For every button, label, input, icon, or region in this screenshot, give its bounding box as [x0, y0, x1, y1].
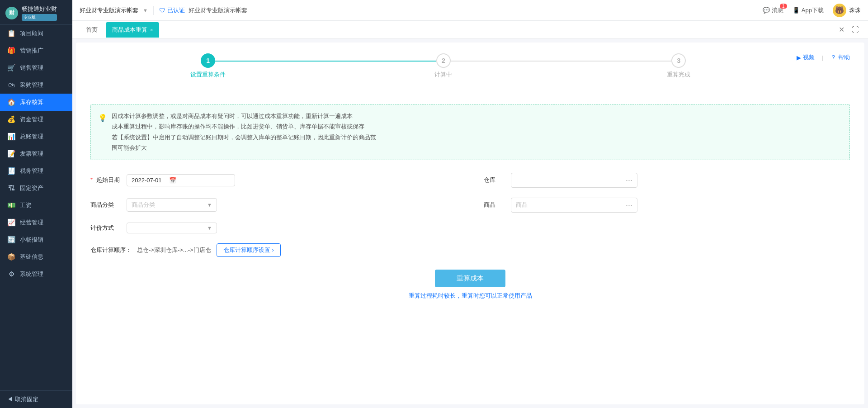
sidebar-item-finance[interactable]: 💰 资金管理: [0, 111, 72, 128]
warehouse-input[interactable]: ···: [511, 173, 637, 188]
sidebar-item-ops[interactable]: 📈 经营管理: [0, 214, 72, 231]
tabbar-right: ✕ ⛶: [837, 24, 861, 36]
info-box: 💡 因成本计算参数调整，或是对商品成本有疑问时，可以通过成本重算功能，重新计算一…: [90, 104, 850, 160]
user-menu[interactable]: 🐻 珠珠: [833, 4, 861, 17]
sidebar-item-ledger[interactable]: 📊 总账管理: [0, 128, 72, 145]
finance-icon: 💰: [7, 115, 15, 123]
info-text: 因成本计算参数调整，或是对商品成本有疑问时，可以通过成本重算功能，重新计算一遍成…: [112, 111, 376, 153]
recalc-button[interactable]: 重算成本: [435, 270, 505, 287]
sidebar-item-label-ledger: 总账管理: [20, 133, 43, 141]
start-date-input[interactable]: 2022-07-01 📅: [127, 174, 235, 186]
warehouse-order-value: 总仓->深圳仓库->...->门店仓: [137, 246, 211, 254]
sidebar-item-label-basic: 基础信息: [20, 253, 43, 261]
payroll-icon: 💵: [7, 201, 15, 209]
warehouse-order-chevron-icon: ›: [272, 247, 274, 253]
help-label: 帮助: [838, 53, 850, 62]
bulb-icon: 💡: [98, 112, 107, 153]
category-chevron-icon: ▼: [207, 202, 212, 208]
form-row-1: * 起始日期 2022-07-01 📅 仓库 ···: [90, 173, 850, 188]
tab-home[interactable]: 首页: [80, 22, 104, 38]
sidebar-item-purchase[interactable]: 🛍 采购管理: [0, 76, 72, 94]
step-3-circle: 3: [671, 53, 686, 68]
sidebar-item-assets[interactable]: 🏗 固定资产: [0, 180, 72, 197]
sidebar-item-expense[interactable]: 🔄 小畅报销: [0, 231, 72, 248]
form-row-2: 商品分类 商品分类 ▼ 商品 商品 ···: [90, 198, 850, 213]
steps: 1 设置重算条件 2 计算中 3 重算完成: [90, 53, 797, 79]
video-button[interactable]: ▶ 视频: [797, 53, 815, 62]
cert-badge: 🛡 已认证 好业财专业版演示帐套: [159, 6, 247, 14]
goods-label: 商品: [484, 201, 511, 209]
message-button[interactable]: 💬 消息 1: [763, 6, 783, 14]
shield-icon: 🛡: [159, 7, 165, 14]
sidebar-item-marketing[interactable]: 🎁 营销推广: [0, 42, 72, 59]
topbar-actions: 💬 消息 1 📱 App下载 🐻 珠珠: [763, 4, 861, 17]
start-date-label: * 起始日期: [90, 176, 127, 184]
info-line-1: 因成本计算参数调整，或是对商品成本有疑问时，可以通过成本重算功能，重新计算一遍成…: [112, 111, 376, 121]
sidebar-item-sales[interactable]: 🛒 销售管理: [0, 59, 72, 76]
tax-icon: 🧾: [7, 167, 15, 175]
username: 珠珠: [849, 6, 861, 14]
sidebar-unpin[interactable]: ◀ 取消固定: [0, 390, 72, 408]
system-icon: ⚙: [7, 270, 15, 278]
warehouse-order-row: 仓库计算顺序： 总仓->深圳仓库->...->门店仓 仓库计算顺序设置 ›: [90, 243, 850, 257]
sidebar-item-label-invoice: 发票管理: [20, 150, 43, 158]
chevron-down-icon: ▼: [143, 8, 148, 13]
warehouse-label: 仓库: [484, 176, 511, 184]
step-1-label: 设置重算条件: [190, 71, 226, 79]
topbar: 好业财专业版演示帐套 ▼ 🛡 已认证 好业财专业版演示帐套 💬 消息 1 📱 A…: [72, 0, 868, 21]
pricing-label: 计价方式: [90, 224, 127, 232]
account-selector[interactable]: 好业财专业版演示帐套 ▼: [80, 6, 148, 14]
recalc-hint: 重算过程耗时较长，重算时您可以正常使用产品: [409, 292, 532, 300]
sidebar-item-label-payroll: 工资: [20, 201, 32, 209]
warehouse-order-btn[interactable]: 仓库计算顺序设置 ›: [217, 243, 281, 257]
sidebar-item-payroll[interactable]: 💵 工资: [0, 197, 72, 214]
sidebar-item-system[interactable]: ⚙ 系统管理: [0, 266, 72, 283]
start-date-value: 2022-07-01: [132, 177, 162, 184]
category-select[interactable]: 商品分类 ▼: [127, 198, 217, 212]
play-icon: ▶: [797, 54, 801, 61]
unpin-label: ◀ 取消固定: [7, 395, 38, 403]
goods-placeholder: 商品: [516, 201, 528, 209]
step-2: 2 计算中: [326, 53, 561, 79]
expand-icon[interactable]: ⛶: [850, 24, 861, 36]
sidebar-item-invoice[interactable]: 📝 发票管理: [0, 145, 72, 162]
app-name: 畅捷通好业财: [22, 5, 57, 13]
goods-input[interactable]: 商品 ···: [511, 198, 637, 213]
sidebar-item-label-inventory: 库存核算: [20, 98, 43, 106]
step-3-num: 3: [677, 57, 680, 64]
recalc-tab-label: 商品成本重算: [112, 26, 147, 34]
step-1-circle: 1: [201, 53, 215, 68]
main-area: 好业财专业版演示帐套 ▼ 🛡 已认证 好业财专业版演示帐套 💬 消息 1 📱 A…: [72, 0, 868, 408]
sidebar-item-label-ops: 经营管理: [20, 218, 43, 227]
help-button[interactable]: ？ 帮助: [830, 53, 850, 62]
pricing-chevron-icon: ▼: [207, 225, 212, 231]
tab-recalc[interactable]: 商品成本重算 ×: [106, 22, 159, 38]
step-2-label: 计算中: [434, 71, 452, 79]
sidebar: 财 畅捷通好业财 专业版 📋 项目顾问 🎁 营销推广 🛒 销售管理 🛍 采购管理…: [0, 0, 72, 408]
content-area: 1 设置重算条件 2 计算中 3 重算完成: [76, 43, 864, 404]
marketing-icon: 🎁: [7, 47, 15, 55]
tab-close-icon[interactable]: ×: [150, 27, 153, 33]
ellipsis-icon[interactable]: ···: [626, 176, 632, 185]
step-2-circle: 2: [436, 53, 451, 68]
phone-icon: 📱: [793, 7, 800, 14]
sidebar-item-inventory[interactable]: 🏠 库存核算: [0, 94, 72, 111]
app-download-button[interactable]: 📱 App下载: [793, 6, 824, 14]
topbar-divider: [153, 6, 154, 15]
step-1: 1 设置重算条件: [90, 53, 326, 79]
calendar-icon[interactable]: 📅: [169, 177, 176, 184]
form-col-category: 商品分类 商品分类 ▼: [90, 198, 457, 212]
pricing-select[interactable]: ▼: [127, 223, 217, 233]
goods-ellipsis-icon[interactable]: ···: [626, 200, 632, 210]
sidebar-item-tax[interactable]: 🧾 税务管理: [0, 162, 72, 180]
info-line-4: 围可能会扩大: [112, 142, 376, 153]
sidebar-item-basic[interactable]: 📦 基础信息: [0, 248, 72, 266]
basic-icon: 📦: [7, 253, 15, 261]
close-window-icon[interactable]: ✕: [837, 24, 846, 36]
form-col-goods: 商品 商品 ···: [484, 198, 850, 213]
cert-sub: 好业财专业版演示帐套: [189, 6, 247, 14]
sidebar-item-project[interactable]: 📋 项目顾问: [0, 25, 72, 42]
avatar: 🐻: [833, 4, 846, 17]
invoice-icon: 📝: [7, 150, 15, 158]
app-badge: 专业版: [22, 14, 57, 21]
